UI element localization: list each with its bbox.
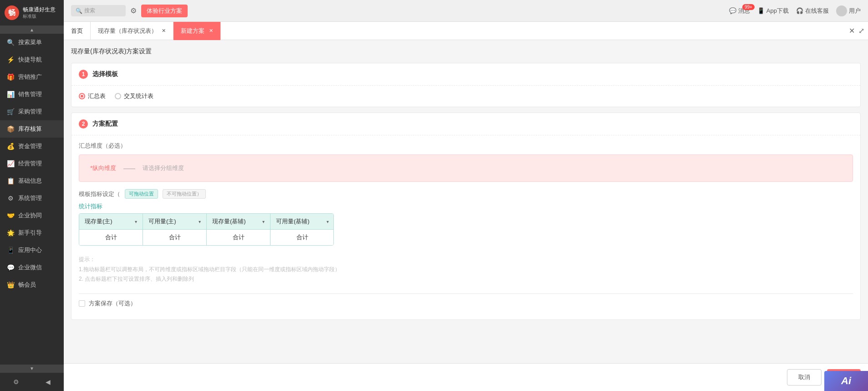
search-icon: 🔍 bbox=[76, 8, 82, 14]
drag-badge: 可拖动位置 bbox=[125, 189, 158, 199]
sidebar-item-quicknav[interactable]: ⚡ 快捷导航 bbox=[0, 51, 64, 68]
wechat-icon: 💬 bbox=[6, 264, 15, 271]
section2-number: 2 bbox=[79, 119, 88, 129]
tab-home[interactable]: 首页 bbox=[64, 22, 91, 40]
tab-inventory[interactable]: 现存量（库存状况表） ✕ bbox=[91, 22, 174, 40]
enterprise-icon: 🤝 bbox=[6, 212, 15, 219]
sidebar-item-finance[interactable]: 💰 资金管理 bbox=[0, 138, 64, 155]
sidebar-item-label: 资金管理 bbox=[18, 142, 42, 150]
trial-button[interactable]: 体验行业方案 bbox=[141, 5, 188, 17]
indicator-label-text: 模板指标设定（ bbox=[79, 190, 120, 198]
base-info-icon: 📋 bbox=[6, 177, 15, 185]
tab-inventory-label: 现存量（库存状况表） bbox=[98, 27, 157, 35]
radio-summary-table[interactable]: 汇总表 bbox=[79, 92, 106, 100]
stats-col-3[interactable]: 可用量(基辅) ▾ bbox=[271, 214, 334, 229]
stats-data-row: 合计 合计 合计 合计 bbox=[79, 229, 333, 245]
sidebar-item-purchase[interactable]: 🛒 采购管理 bbox=[0, 103, 64, 120]
user-name: 用户 bbox=[849, 7, 861, 15]
sidebar-item-marketing[interactable]: 🎁 营销推广 bbox=[0, 68, 64, 86]
tab-home-label: 首页 bbox=[71, 27, 83, 35]
sidebar-item-guide[interactable]: 🌟 新手引导 bbox=[0, 224, 64, 242]
main-panel: 🔍 搜索 ⚙ 体验行业方案 💬 消息 99+ 📱 App下载 🎧 在线客服 bbox=[64, 0, 868, 391]
scheme-body: 汇总维度（必选） *纵向维度 —— 请选择分组维度 模板指标设定（ 可拖动位置 … bbox=[71, 135, 860, 319]
chevron-down-icon-0[interactable]: ▾ bbox=[135, 219, 137, 224]
member-icon: 👑 bbox=[6, 281, 15, 288]
section2-header: 2 方案配置 bbox=[71, 113, 860, 135]
app-logo-icon: 畅 bbox=[5, 5, 19, 20]
purchase-icon: 🛒 bbox=[6, 108, 15, 115]
sidebar-bottom: ⚙ ◀ bbox=[0, 372, 64, 391]
template-options: 汇总表 交叉统计表 bbox=[71, 86, 860, 107]
stats-col-2-label: 现存量(基辅) bbox=[212, 217, 246, 226]
sidebar-item-sales[interactable]: 📊 销售管理 bbox=[0, 86, 64, 103]
save-checkbox[interactable] bbox=[79, 300, 85, 307]
message-btn[interactable]: 💬 消息 99+ bbox=[729, 7, 750, 15]
gear-btn[interactable]: ⚙ bbox=[130, 6, 137, 15]
collapse-btn[interactable]: ◀ bbox=[42, 376, 54, 387]
sidebar-item-label: 畅会员 bbox=[18, 281, 36, 289]
sales-icon: 📊 bbox=[6, 91, 15, 98]
radio-cross-circle[interactable] bbox=[115, 93, 121, 99]
tab-expand-btn[interactable]: ⤢ bbox=[858, 26, 864, 35]
app-download-label: App下载 bbox=[766, 7, 789, 15]
stats-cell-2: 合计 bbox=[207, 230, 271, 245]
stats-col-0[interactable]: 现存量(主) ▾ bbox=[79, 214, 143, 229]
inventory-icon: 📦 bbox=[6, 125, 15, 133]
sidebar-item-label: 企业协同 bbox=[18, 211, 42, 220]
section1-number: 1 bbox=[79, 70, 88, 79]
tabbar: 首页 现存量（库存状况表） ✕ 新建方案 ✕ ✕ ⤢ bbox=[64, 22, 868, 40]
sidebar-scroll-down[interactable]: ▼ bbox=[0, 365, 64, 372]
sidebar-item-search[interactable]: 🔍 搜索菜单 bbox=[0, 34, 64, 51]
tab-inventory-close[interactable]: ✕ bbox=[162, 28, 166, 34]
chevron-down-icon-2[interactable]: ▾ bbox=[262, 219, 265, 224]
user-menu-btn[interactable]: 用户 bbox=[836, 5, 861, 16]
sidebar-item-operations[interactable]: 📈 经营管理 bbox=[0, 155, 64, 172]
stats-col-1[interactable]: 可用量(主) ▾ bbox=[143, 214, 207, 229]
tab-close-btn[interactable]: ✕ bbox=[849, 26, 855, 35]
settings-bottom-btn[interactable]: ⚙ bbox=[10, 376, 23, 387]
stats-section: 统计指标 现存量(主) ▾ 可用量(主) ▾ bbox=[79, 202, 853, 246]
tips-title: 提示： bbox=[79, 255, 853, 265]
sidebar-item-enterprise[interactable]: 🤝 企业协同 bbox=[0, 207, 64, 224]
sidebar-scroll-up[interactable]: ▲ bbox=[0, 26, 64, 34]
sidebar-nav: 🔍 搜索菜单 ⚡ 快捷导航 🎁 营销推广 📊 销售管理 🛒 采购管理 📦 库存核… bbox=[0, 34, 64, 365]
radio-summary-label: 汇总表 bbox=[88, 92, 106, 100]
sidebar-item-base-info[interactable]: 📋 基础信息 bbox=[0, 172, 64, 190]
sidebar-item-system[interactable]: ⚙ 系统管理 bbox=[0, 190, 64, 207]
stats-col-1-label: 可用量(主) bbox=[148, 217, 176, 226]
dim-dash: —— bbox=[123, 165, 135, 172]
radio-cross-table[interactable]: 交叉统计表 bbox=[115, 92, 153, 100]
chevron-down-icon-1[interactable]: ▾ bbox=[199, 219, 201, 224]
stats-cell-1: 合计 bbox=[143, 230, 207, 245]
stats-col-2[interactable]: 现存量(基辅) ▾ bbox=[207, 214, 271, 229]
search-input[interactable]: 🔍 搜索 bbox=[71, 5, 126, 16]
sidebar-item-inventory[interactable]: 📦 库存核算 bbox=[0, 120, 64, 138]
sidebar-item-label: 销售管理 bbox=[18, 90, 42, 98]
section1-title: 选择模板 bbox=[92, 70, 118, 78]
ai-badge[interactable]: Ai bbox=[824, 371, 868, 391]
sidebar-item-label: 企业微信 bbox=[18, 263, 42, 272]
online-service-btn[interactable]: 🎧 在线客服 bbox=[796, 7, 829, 15]
stats-col-0-label: 现存量(主) bbox=[85, 217, 112, 226]
tab-new-scheme[interactable]: 新建方案 ✕ bbox=[174, 22, 221, 40]
sidebar-item-appstore[interactable]: 📱 应用中心 bbox=[0, 242, 64, 259]
tab-new-scheme-close[interactable]: ✕ bbox=[209, 28, 213, 34]
cancel-button[interactable]: 取消 bbox=[787, 369, 822, 386]
dim-placeholder: 请选择分组维度 bbox=[143, 164, 184, 172]
sidebar-item-wechat[interactable]: 💬 企业微信 bbox=[0, 259, 64, 276]
topbar-right: 💬 消息 99+ 📱 App下载 🎧 在线客服 用户 bbox=[729, 5, 861, 16]
user-avatar bbox=[836, 5, 847, 16]
sidebar: 畅 畅康通好生意 标准版 ▲ 🔍 搜索菜单 ⚡ 快捷导航 🎁 营销推广 📊 销售… bbox=[0, 0, 64, 391]
sidebar-logo: 畅 畅康通好生意 标准版 bbox=[0, 0, 64, 26]
topbar-left: 🔍 搜索 ⚙ 体验行业方案 bbox=[71, 5, 188, 17]
dim-required-label: *纵向维度 bbox=[90, 164, 116, 172]
save-label: 方案保存（可选） bbox=[89, 299, 136, 308]
radio-summary-circle[interactable] bbox=[79, 93, 85, 99]
app-download-btn[interactable]: 📱 App下载 bbox=[757, 7, 789, 15]
sidebar-item-member[interactable]: 👑 畅会员 bbox=[0, 276, 64, 293]
service-icon: 🎧 bbox=[796, 7, 803, 14]
appstore-icon: 📱 bbox=[6, 247, 15, 254]
chevron-down-icon-3[interactable]: ▾ bbox=[327, 219, 329, 224]
radio-cross-label: 交叉统计表 bbox=[124, 92, 153, 100]
stats-cell-3: 合计 bbox=[271, 230, 334, 245]
